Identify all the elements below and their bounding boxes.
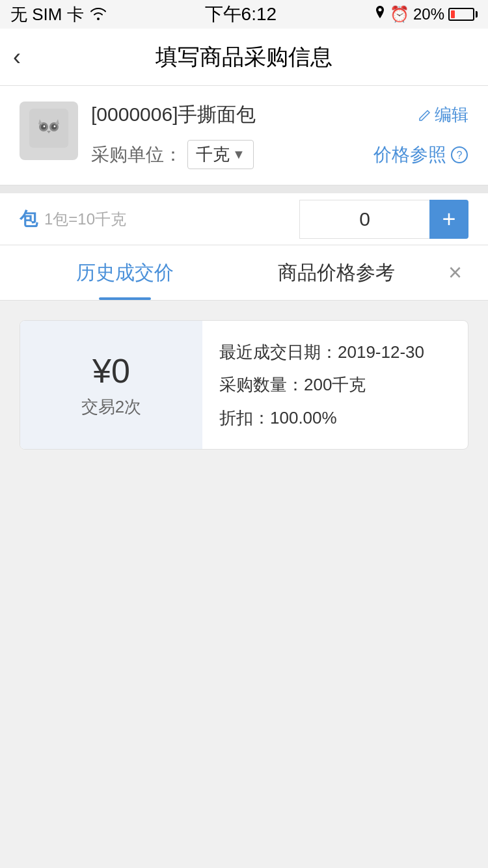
wifi-icon	[89, 5, 107, 25]
product-name: [0000006]手撕面包	[91, 102, 256, 128]
battery-icon	[448, 8, 478, 21]
product-section: [0000006]手撕面包 编辑 采购单位： 千克 ▼ 价格	[0, 86, 488, 185]
quantity-section: 包 1包=10千克 +	[0, 193, 488, 245]
price-card: ¥0 交易2次 最近成交日期：2019-12-30 采购数量：200千克 折扣：…	[20, 320, 468, 450]
svg-point-0	[378, 8, 381, 12]
price-amount: ¥0	[92, 351, 130, 390]
quantity-input[interactable]	[299, 200, 429, 239]
quantity-unit-desc: 1包=10千克	[44, 209, 126, 230]
unit-selector[interactable]: 千克 ▼	[187, 140, 254, 169]
svg-point-7	[54, 126, 56, 128]
alarm-icon: ⏰	[390, 5, 409, 23]
quantity-input-area: +	[299, 200, 468, 239]
tab-bar: 历史成交价 商品价格参考 ×	[0, 245, 488, 300]
quantity-unit-badge: 包	[20, 207, 38, 232]
tab-reference[interactable]: 商品价格参考	[230, 245, 441, 300]
main-content	[0, 469, 488, 860]
price-recent-date: 最近成交日期：2019-12-30	[219, 340, 451, 364]
edit-button[interactable]: 编辑	[418, 103, 468, 126]
tab-section: 历史成交价 商品价格参考 ×	[0, 245, 488, 301]
tab-active-indicator	[99, 297, 151, 300]
product-thumbnail	[20, 102, 78, 160]
quantity-label-area: 包 1包=10千克	[20, 207, 126, 232]
quantity-plus-button[interactable]: +	[429, 200, 468, 239]
unit-arrow-icon: ▼	[232, 147, 245, 162]
back-button[interactable]: ‹	[13, 44, 21, 71]
page-title: 填写商品采购信息	[156, 42, 332, 72]
status-left: 无 SIM 卡	[10, 3, 107, 26]
section-divider	[0, 185, 488, 193]
svg-text:?: ?	[457, 150, 463, 161]
tab-history[interactable]: 历史成交价	[20, 245, 230, 300]
tab-close-button[interactable]: ×	[442, 259, 468, 286]
price-discount: 折扣：100.00%	[219, 406, 451, 429]
status-bar: 无 SIM 卡 下午6:12 ⏰ 20%	[0, 0, 488, 29]
status-right: ⏰ 20%	[374, 5, 478, 23]
price-card-left: ¥0 交易2次	[20, 321, 202, 449]
price-card-right: 最近成交日期：2019-12-30 采购数量：200千克 折扣：100.00%	[202, 321, 468, 449]
sim-label: 无 SIM 卡	[10, 3, 84, 26]
battery-percent: 20%	[413, 5, 444, 23]
price-times: 交易2次	[81, 396, 141, 418]
product-info: [0000006]手撕面包 编辑 采购单位： 千克 ▼ 价格	[91, 102, 468, 169]
status-time: 下午6:12	[205, 2, 277, 27]
price-quantity: 采购数量：200千克	[219, 373, 451, 396]
price-ref-button[interactable]: 价格参照 ?	[373, 142, 468, 167]
history-section: ¥0 交易2次 最近成交日期：2019-12-30 采购数量：200千克 折扣：…	[0, 301, 488, 469]
nav-bar: ‹ 填写商品采购信息	[0, 29, 488, 86]
svg-rect-1	[29, 109, 68, 148]
unit-label: 采购单位：	[91, 142, 182, 167]
thumbnail-icon	[29, 109, 68, 153]
svg-point-6	[44, 126, 46, 128]
location-icon	[374, 5, 386, 23]
